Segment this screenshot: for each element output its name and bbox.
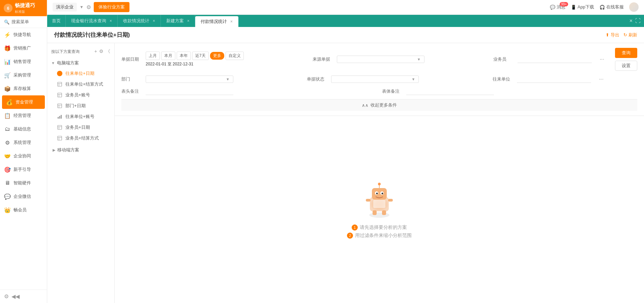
scheme-item-salesperson-date[interactable]: 业务员+日期 <box>47 122 114 133</box>
scheme-item-partner-date[interactable]: 往来单位+日期 <box>47 68 114 79</box>
tab-close-all-icon[interactable]: × <box>630 18 633 24</box>
this-year-btn[interactable]: 本年 <box>177 52 191 60</box>
dept-select[interactable]: ▼ <box>146 75 233 83</box>
tab-payment-stats[interactable]: 付款情况统计 × <box>195 16 238 27</box>
scheme-item-dept-date[interactable]: 部门+日期 <box>47 100 114 111</box>
tab-bank-flow[interactable]: 现金银行流水查询 × <box>66 15 118 27</box>
company-dropdown-arrow[interactable]: ▼ <box>80 5 84 9</box>
left-panel-header: 按以下方案查询 + ⚙ 《 <box>47 47 114 57</box>
scheme-item-partner-account[interactable]: 往来单位+账号 <box>47 111 114 122</box>
wechat-icon: 💬 <box>4 193 11 200</box>
empty-tip-1: 1 请先选择要分析的方案 <box>352 224 407 231</box>
source-doc-arrow: ▼ <box>417 57 421 61</box>
header-settings-icon[interactable]: ⚙ <box>86 4 91 10</box>
scheme-item-salesperson-payment[interactable]: 业务员+结算方式 <box>47 133 114 144</box>
right-panel: 单据日期 上月 本月 本年 近7天 更多 自定义 2022-01-01 至 20… <box>115 43 644 303</box>
scheme-table-icon-4 <box>57 124 63 130</box>
online-service-btn[interactable]: 🎧 在线客服 <box>599 4 624 10</box>
left-panel-collapse-btn[interactable]: 《 <box>106 49 110 55</box>
export-btn[interactable]: ⬆ 导出 <box>606 32 619 38</box>
notification-btn[interactable]: 💬 消息 99+ <box>550 4 565 10</box>
doc-status-select[interactable]: ▼ <box>331 75 419 83</box>
collapse-more-btn[interactable]: ∧∧ 收起更多条件 <box>121 99 637 111</box>
sidebar-item-inventory[interactable]: 📦 库存核算 <box>0 82 47 95</box>
scheme-table-icon-5 <box>57 135 63 141</box>
logo-icon: 6 <box>3 3 13 13</box>
footer-collapse-icon[interactable]: ◀◀ <box>11 293 20 300</box>
svg-rect-5 <box>58 93 62 97</box>
custom-btn[interactable]: 自定义 <box>226 52 244 60</box>
tab-home[interactable]: 首页 <box>47 15 66 27</box>
filter-settings-btn[interactable]: 设置 <box>615 61 637 71</box>
last-month-btn[interactable]: 上月 <box>146 52 160 60</box>
sales-icon: 📊 <box>4 58 11 65</box>
app-icon: 📱 <box>571 5 576 10</box>
partner-input[interactable] <box>517 75 591 83</box>
tab-close-payment-stats[interactable]: × <box>230 19 233 24</box>
sidebar-item-member[interactable]: 👑 畅会员 <box>0 203 47 217</box>
last-7days-btn[interactable]: 近7天 <box>192 52 209 60</box>
this-month-btn[interactable]: 本月 <box>161 52 175 60</box>
filter-row-2: 部门 ▼ 单据状态 ▼ 往来单位 ··· <box>121 75 637 84</box>
footer-settings-icon[interactable]: ⚙ <box>4 293 9 300</box>
more-btn[interactable]: 更多 <box>210 52 224 60</box>
tab-receipt-stats[interactable]: 收款情况统计 × <box>118 15 161 27</box>
add-scheme-icon[interactable]: + <box>94 49 97 55</box>
table-body-note-input[interactable] <box>406 88 494 95</box>
user-avatar[interactable] <box>629 2 639 12</box>
desktop-scheme-group-header[interactable]: ▼ 电脑端方案 <box>47 58 114 68</box>
sidebar-item-finance[interactable]: 💰 资金管理 <box>2 95 45 109</box>
mobile-scheme-group-header[interactable]: ▶ 移动端方案 <box>47 145 114 155</box>
sidebar-item-guide[interactable]: 🎯 新手引导 <box>0 163 47 176</box>
filter-area: 单据日期 上月 本月 本年 近7天 更多 自定义 2022-01-01 至 20… <box>115 43 644 116</box>
collab-icon: 🤝 <box>4 153 11 159</box>
partner-more-icon[interactable]: ··· <box>596 75 606 84</box>
date-buttons: 上月 本月 本年 近7天 更多 自定义 <box>146 52 244 60</box>
try-industry-btn[interactable]: 体验行业方案 <box>94 2 129 12</box>
date-range: 2022-01-01 至 2022-12-31 <box>146 61 244 67</box>
partner-label: 往来单位 <box>493 76 511 82</box>
tab-close-bank-flow[interactable]: × <box>110 19 112 23</box>
sidebar-item-operation[interactable]: 📋 经营管理 <box>0 109 47 122</box>
tip-num-2: 2 <box>347 233 353 239</box>
salesperson-input[interactable] <box>518 56 592 63</box>
scheme-item-partner-payment[interactable]: 往来单位+结算方式 <box>47 79 114 90</box>
empty-tip-2: 2 用过滤条件来缩小分析范围 <box>347 233 412 239</box>
scheme-settings-icon[interactable]: ⚙ <box>99 49 104 55</box>
table-head-note-label: 表头备注 <box>121 88 140 94</box>
sidebar-item-system[interactable]: ⚙ 系统管理 <box>0 136 47 149</box>
scheme-table-icon-3 <box>57 103 63 109</box>
source-doc-select[interactable]: ▼ <box>337 56 425 63</box>
svg-rect-32 <box>382 210 386 215</box>
sidebar-item-marketing[interactable]: 🎁 营销推广 <box>0 41 47 55</box>
tab-close-new-scheme[interactable]: × <box>187 19 189 23</box>
scheme-item-salesperson-account[interactable]: 业务员+账号 <box>47 90 114 100</box>
mobile-group-arrow: ▶ <box>53 148 55 152</box>
svg-point-20 <box>369 212 389 218</box>
tab-close-receipt-stats[interactable]: × <box>153 19 155 23</box>
marketing-icon: 🎁 <box>4 45 11 52</box>
tab-new-scheme[interactable]: 新建方案 × <box>161 15 195 27</box>
query-btn[interactable]: 查询 <box>615 48 637 58</box>
search-menu[interactable]: 🔍 搜索菜单 <box>0 16 47 28</box>
sidebar-item-collab[interactable]: 🤝 企业协同 <box>0 149 47 163</box>
sidebar-item-wechat[interactable]: 💬 企业微信 <box>0 190 47 203</box>
sidebar-item-basic-info[interactable]: 🗂 基础信息 <box>0 122 47 136</box>
tab-bar-actions: × ⛶ <box>626 15 644 27</box>
purchase-icon: 🛒 <box>4 72 11 79</box>
sidebar-item-smart-hw[interactable]: 🖥 智能硬件 <box>0 176 47 190</box>
date-label: 单据日期 <box>121 56 140 62</box>
salesperson-more-icon[interactable]: ··· <box>597 55 607 64</box>
salesperson-label: 业务员 <box>493 56 512 62</box>
sidebar-item-purchase[interactable]: 🛒 采购管理 <box>0 68 47 82</box>
svg-rect-17 <box>58 136 62 140</box>
app-download-btn[interactable]: 📱 App下载 <box>571 4 594 10</box>
refresh-btn[interactable]: ↻ 刷新 <box>623 32 637 38</box>
sidebar-item-quick-nav[interactable]: ⚡ 快捷导航 <box>0 28 47 41</box>
company-name[interactable]: 演示企业 <box>53 3 77 11</box>
svg-rect-33 <box>373 200 385 208</box>
header-right: 💬 消息 99+ 📱 App下载 🎧 在线客服 <box>550 2 639 12</box>
table-head-note-input[interactable] <box>146 88 233 95</box>
sidebar-item-sales[interactable]: 📊 销售管理 <box>0 55 47 68</box>
tab-expand-icon[interactable]: ⛶ <box>635 18 641 24</box>
